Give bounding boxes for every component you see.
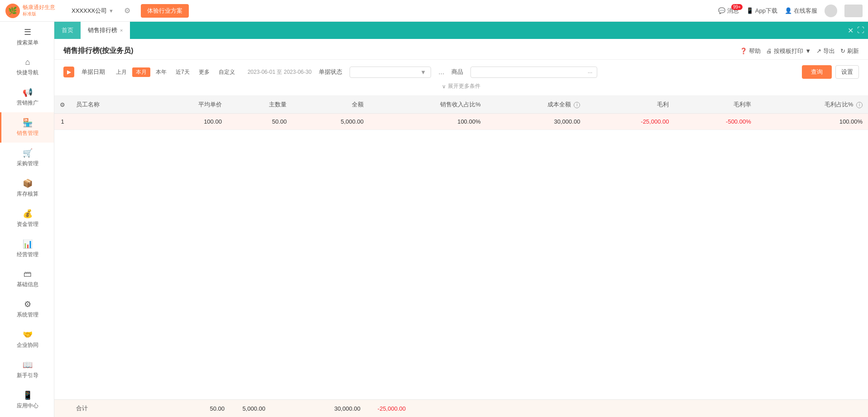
tab-home[interactable]: 首页 [54,22,81,39]
top-bar-left: 🌿 畅康通好生意 标准版 XXXXXX公司 ▼ ⚙ 体验行业方案 [5,4,189,18]
date-option-last-month[interactable]: 上月 [112,67,130,77]
cell-cost: 30,000.00 [486,114,585,130]
sidebar-item-label: 经营管理 [17,251,38,259]
user-avatar[interactable] [825,5,837,17]
home-icon: ⌂ [25,58,30,67]
help-label: 帮助 [749,47,761,55]
sidebar-item-label: 系统管理 [17,311,38,319]
sidebar-item-corp[interactable]: 🤝 企业协同 [0,324,54,355]
th-settings[interactable]: ⚙ [54,96,71,114]
sidebar-item-purchase[interactable]: 🛒 采购管理 [0,143,54,173]
goods-more-icon: ··· [588,69,593,76]
tab-home-label: 首页 [62,26,73,34]
expand-chevron-icon: ∨ [442,83,446,90]
sidebar-item-label: 企业协同 [17,341,38,349]
goods-filter-label: 商品 [451,68,463,76]
th-avg-price: 平均单价 [149,96,227,114]
export-icon: ↗ [816,48,821,54]
download-icon: 📱 [746,7,753,14]
date-option-this-month[interactable]: 本月 [132,67,150,77]
sidebar-item-search[interactable]: ☰ 搜索菜单 [0,22,54,52]
refresh-button[interactable]: ↻ 刷新 [840,47,859,55]
corp-icon: 🤝 [23,330,33,340]
sidebar-item-marketing[interactable]: 📢 营销推广 [0,82,54,112]
print-label: 按模板打印 [774,47,803,55]
logo-area: 🌿 畅康通好生意 标准版 [5,4,55,18]
company-selector[interactable]: XXXXXX公司 ▼ [68,5,117,17]
trial-button[interactable]: 体验行业方案 [141,4,189,18]
more-filters-icon[interactable]: ... [438,68,444,76]
sales-icon: 🏪 [23,118,33,128]
date-option-7days[interactable]: 近7天 [172,67,193,77]
cell-gross: -25,000.00 [585,114,674,130]
status-select[interactable]: ▼ [350,67,431,78]
tab-close-all-icon[interactable]: ✕ [848,26,854,35]
content-area: 首页 销售排行榜 × ✕ ⛶ 销售排行榜(按业务员) ❓ 帮 [54,22,868,417]
status-chevron-icon: ▼ [420,69,426,76]
sidebar-item-finance[interactable]: 💰 资金管理 [0,203,54,234]
online-service-label: 在线客服 [794,7,817,15]
sidebar-item-guide[interactable]: 📖 新手引导 [0,355,54,385]
tab-close-icon[interactable]: × [120,28,123,33]
help-icon: ❓ [740,48,747,54]
sidebar-item-sales[interactable]: 🏪 销售管理 [0,112,54,143]
date-range-display: 2023-06-01 至 2023-06-30 [248,68,312,76]
app-download-label: App下载 [755,7,777,15]
cell-gross-pct: 100.00% [757,114,868,130]
sidebar-item-apps[interactable]: 📱 应用中心 [0,385,54,415]
inventory-icon: 📦 [23,178,33,188]
sidebar-item-label: 搜索菜单 [17,39,38,47]
tab-expand-icon[interactable]: ⛶ [857,26,864,34]
filter-expand-button[interactable]: ▶ [63,67,74,77]
gross-pct-info-icon[interactable]: i [856,102,863,108]
sidebar-item-inventory[interactable]: 📦 库存核算 [0,173,54,203]
report-title: 销售排行榜(按业务员) [63,46,134,56]
export-label: 导出 [823,47,835,55]
table-body: 1 100.00 50.00 5,000.00 100.00% 30,000.0… [54,114,868,130]
export-button[interactable]: ↗ 导出 [816,47,835,55]
status-filter-label: 单据状态 [319,68,342,76]
sidebar-item-label: 应用中心 [17,402,38,410]
app-download-button[interactable]: 📱 App下载 [746,7,777,15]
tab-bar-actions: ✕ ⛶ [848,26,868,35]
settings-button[interactable]: 设置 [835,65,859,79]
date-options: 上月 本月 本年 近7天 更多 自定义 [112,67,239,77]
marketing-icon: 📢 [23,87,33,97]
print-chevron-icon: ▼ [805,48,811,54]
guide-icon: 📖 [23,360,33,370]
footer-amount: 5,000.00 [230,405,271,412]
service-icon: 👤 [785,7,792,14]
sidebar-item-business[interactable]: 📊 经营管理 [0,234,54,264]
footer-total-label: 合计 [76,404,158,412]
sidebar: ☰ 搜索菜单 ⌂ 快捷导航 📢 营销推广 🏪 销售管理 🛒 采购管理 📦 库存核… [0,22,54,417]
expand-more-button[interactable]: ∨ 展开更多条件 [442,82,480,90]
sidebar-item-label: 销售管理 [17,129,38,137]
date-option-this-year[interactable]: 本年 [152,67,170,77]
company-settings-icon[interactable]: ⚙ [121,5,134,17]
sidebar-item-wechat[interactable]: 💬 企业微信 [0,415,54,417]
table-footer: 合计 50.00 5,000.00 30,000.00 -25,000.00 [54,399,868,417]
help-button[interactable]: ❓ 帮助 [740,47,761,55]
sidebar-item-basic[interactable]: 🗃 基础信息 [0,264,54,294]
filter-area: ▶ 单据日期 上月 本月 本年 近7天 更多 自定义 2023-06-01 至 … [54,60,868,96]
th-cost: 成本全额 i [486,96,585,114]
query-button[interactable]: 查询 [802,65,832,79]
top-bar: 🌿 畅康通好生意 标准版 XXXXXX公司 ▼ ⚙ 体验行业方案 💬 消息 99… [0,0,868,22]
sidebar-item-shortcut[interactable]: ⌂ 快捷导航 [0,52,54,82]
sidebar-item-label: 库存核算 [17,190,38,198]
table-header-row: ⚙ 员工名称 平均单价 主数量 全额 销售收入占比% 成本全额 i 毛利 毛利率… [54,96,868,114]
app-name: 畅康通好生意 [23,4,55,11]
cost-info-icon[interactable]: i [574,102,580,108]
messages-button[interactable]: 💬 消息 99+ [718,7,739,15]
tab-sales-ranking[interactable]: 销售排行榜 × [81,22,130,39]
date-option-more[interactable]: 更多 [195,67,213,77]
sidebar-item-label: 采购管理 [17,160,38,168]
online-service-button[interactable]: 👤 在线客服 [785,7,817,15]
sidebar-item-system[interactable]: ⚙ 系统管理 [0,294,54,324]
print-icon: 🖨 [766,48,772,54]
table-row[interactable]: 1 100.00 50.00 5,000.00 100.00% 30,000.0… [54,114,868,130]
th-gross-pct: 毛利占比% i [757,96,868,114]
goods-select[interactable]: ··· [470,67,597,78]
date-option-custom[interactable]: 自定义 [215,67,239,77]
print-button[interactable]: 🖨 按模板打印 ▼ [766,47,811,55]
